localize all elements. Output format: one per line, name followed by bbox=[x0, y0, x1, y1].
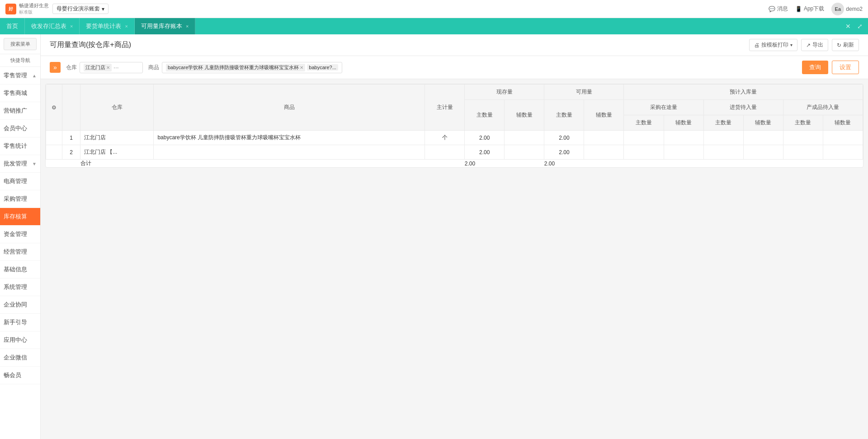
product-tag-2: babycare?... bbox=[307, 64, 338, 71]
table-header-row-1: ⚙ 仓库 商品 主计量 现存量 可用量 预计入库量 bbox=[46, 85, 863, 100]
tab-home[interactable]: 首页 bbox=[0, 18, 25, 34]
tab-order-stats[interactable]: 要货单统计表 × bbox=[80, 18, 134, 34]
chevron-icon: ▲ bbox=[32, 73, 37, 78]
col-product-header: 商品 bbox=[154, 85, 425, 131]
avatar: Ea bbox=[831, 3, 844, 15]
col-current-sub-header: 辅数量 bbox=[505, 100, 544, 131]
sidebar-item-wholesale[interactable]: 批发管理 ▼ bbox=[0, 155, 40, 173]
sidebar: 搜索菜单 快捷导航 零售管理 ▲ 零售商城 营销推广 会员中心 零售统计 批发管… bbox=[0, 34, 41, 439]
col-seq-header bbox=[62, 85, 80, 131]
expand-button[interactable]: ⤢ bbox=[855, 22, 864, 31]
product-filter-group: 商品 babycare学饮杯 儿童防摔防撞吸管杯重力球吸嘴杯宝宝水杯 ✕ bab… bbox=[148, 62, 342, 73]
tab-available-stock[interactable]: 可用量库存账本 × bbox=[135, 18, 195, 34]
warehouse-input[interactable]: 江北门店 ✕ ··· bbox=[80, 62, 143, 73]
row1-available-sub-cell bbox=[584, 131, 624, 145]
search-menu-button[interactable]: 搜索菜单 bbox=[4, 38, 37, 50]
table-row: 1 江北门店 babycare学饮杯 儿童防摔防撞吸管杯重力球吸嘴杯宝宝水杯 个… bbox=[46, 131, 863, 145]
col-purchase-sub-header: 辅数量 bbox=[664, 115, 703, 131]
sidebar-item-wechat-enterprise[interactable]: 企业微信 bbox=[0, 349, 40, 367]
page-header: 可用量查询(按仓库+商品) 🖨 按模板打印 ▾ ↗ 导出 ↻ 刷新 bbox=[41, 34, 868, 56]
sidebar-item-retail-management[interactable]: 零售管理 ▲ bbox=[0, 67, 40, 85]
row2-seq-cell: 2 bbox=[62, 145, 80, 160]
sidebar-item-member-product[interactable]: 畅会员 bbox=[0, 367, 40, 384]
refresh-icon: ↻ bbox=[837, 42, 841, 48]
row2-available-main-cell: 2.00 bbox=[544, 145, 584, 160]
logo-icon: 好 bbox=[5, 4, 16, 14]
tab-receive-summary[interactable]: 收发存汇总表 × bbox=[25, 18, 80, 34]
sidebar-item-inventory[interactable]: 库存核算 bbox=[0, 208, 40, 226]
filter-action-buttons: 查询 设置 bbox=[802, 61, 859, 74]
warehouse-label: 仓库 bbox=[66, 64, 77, 71]
row2-current-sub-cell bbox=[505, 145, 544, 160]
chevron-down-icon: ▾ bbox=[102, 6, 104, 12]
sidebar-search-section: 搜索菜单 bbox=[0, 34, 40, 54]
row1-product-cell: babycare学饮杯 儿童防摔防撞吸管杯重力球吸嘴杯宝宝水杯 bbox=[154, 131, 425, 145]
row1-production-sub-cell bbox=[823, 131, 863, 145]
close-tab2-button[interactable]: × bbox=[125, 24, 127, 29]
chevron-icon: ▼ bbox=[32, 161, 37, 166]
user-avatar-button[interactable]: Ea demo2 bbox=[831, 3, 863, 15]
sidebar-item-retail-mall[interactable]: 零售商城 bbox=[0, 85, 40, 102]
filter-bar: » 仓库 江北门店 ✕ ··· 商品 babycare学饮杯 儿童防摔防撞吸管杯… bbox=[41, 56, 868, 79]
sidebar-item-member-center[interactable]: 会员中心 bbox=[0, 120, 40, 137]
summary-row: 合计 2.00 2.00 bbox=[46, 160, 863, 168]
sidebar-item-enterprise-collab[interactable]: 企业协同 bbox=[0, 296, 40, 314]
export-button[interactable]: ↗ 导出 bbox=[801, 39, 828, 51]
row2-production-main-cell bbox=[783, 145, 823, 160]
message-button[interactable]: 💬 消息 bbox=[769, 5, 788, 13]
logo-area: 好 畅捷通好生意 标准版 bbox=[5, 2, 49, 15]
dropdown-arrow-icon: ▾ bbox=[790, 42, 793, 47]
app-download-button[interactable]: 📱 App下载 bbox=[795, 5, 824, 13]
sidebar-item-basic-info[interactable]: 基础信息 bbox=[0, 261, 40, 279]
nav-tab-actions: ✕ ⤢ bbox=[840, 18, 868, 34]
row1-current-main-cell: 2.00 bbox=[465, 131, 505, 145]
row1-production-main-cell bbox=[783, 131, 823, 145]
product-input[interactable]: babycare学饮杯 儿童防摔防撞吸管杯重力球吸嘴杯宝宝水杯 ✕ babyca… bbox=[162, 62, 342, 73]
col-forecast-header: 预计入库量 bbox=[624, 85, 863, 100]
sidebar-item-app-center[interactable]: 应用中心 bbox=[0, 331, 40, 349]
summary-current-sub-cell bbox=[505, 160, 544, 168]
print-button[interactable]: 🖨 按模板打印 ▾ bbox=[749, 39, 797, 51]
industry-selector[interactable]: 母婴行业演示账套 ▾ bbox=[52, 4, 108, 14]
sidebar-item-purchase[interactable]: 采购管理 bbox=[0, 190, 40, 208]
row2-incoming-sub-cell bbox=[743, 145, 783, 160]
summary-current-main-cell: 2.00 bbox=[465, 160, 505, 168]
print-icon: 🖨 bbox=[754, 42, 760, 48]
setting-button[interactable]: 设置 bbox=[832, 61, 859, 74]
remove-product1-tag-button[interactable]: ✕ bbox=[300, 65, 303, 70]
sidebar-item-finance[interactable]: 资金管理 bbox=[0, 226, 40, 243]
row1-unit-cell: 个 bbox=[425, 131, 465, 145]
filter-expand-button[interactable]: » bbox=[50, 62, 61, 73]
sidebar-item-marketing[interactable]: 营销推广 bbox=[0, 102, 40, 120]
col-available-sub-header: 辅数量 bbox=[584, 100, 624, 131]
col-purchase-main-header: 主数量 bbox=[624, 115, 664, 131]
col-unit-header: 主计量 bbox=[425, 85, 465, 131]
summary-label-cell: 合计 bbox=[80, 160, 154, 168]
close-tab1-button[interactable]: × bbox=[70, 24, 73, 29]
product-tag-1: babycare学饮杯 儿童防摔防撞吸管杯重力球吸嘴杯宝宝水杯 ✕ bbox=[166, 64, 305, 71]
message-icon: 💬 bbox=[769, 6, 775, 12]
sidebar-item-retail-stats[interactable]: 零售统计 bbox=[0, 137, 40, 155]
close-tab3-button[interactable]: × bbox=[186, 24, 189, 29]
sidebar-item-system[interactable]: 系统管理 bbox=[0, 279, 40, 296]
warehouse-tag: 江北门店 ✕ bbox=[84, 64, 112, 71]
summary-product-cell bbox=[154, 160, 425, 168]
row1-warehouse-cell: 江北门店 bbox=[80, 131, 154, 145]
remove-warehouse-tag-button[interactable]: ✕ bbox=[106, 65, 110, 70]
col-available-header: 可用量 bbox=[544, 85, 624, 100]
gear-icon[interactable]: ⚙ bbox=[52, 104, 57, 111]
more-options-icon[interactable]: ··· bbox=[113, 64, 119, 71]
sidebar-quick-nav[interactable]: 快捷导航 bbox=[0, 54, 40, 67]
refresh-button[interactable]: ↻ 刷新 bbox=[832, 39, 859, 51]
row1-seq-cell: 1 bbox=[62, 131, 80, 145]
main-layout: 搜索菜单 快捷导航 零售管理 ▲ 零售商城 营销推广 会员中心 零售统计 批发管… bbox=[0, 34, 868, 439]
sidebar-item-ecommerce[interactable]: 电商管理 bbox=[0, 173, 40, 190]
close-all-tabs-button[interactable]: ✕ bbox=[844, 22, 853, 31]
col-production-sub-header: 辅数量 bbox=[823, 115, 863, 131]
sidebar-item-operations[interactable]: 经营管理 bbox=[0, 243, 40, 261]
sidebar-item-newbie-guide[interactable]: 新手引导 bbox=[0, 314, 40, 331]
query-button[interactable]: 查询 bbox=[802, 61, 828, 74]
row1-incoming-sub-cell bbox=[743, 131, 783, 145]
col-purchase-group-header: 采购在途量 bbox=[624, 100, 703, 115]
col-current-stock-header: 现存量 bbox=[465, 85, 544, 100]
